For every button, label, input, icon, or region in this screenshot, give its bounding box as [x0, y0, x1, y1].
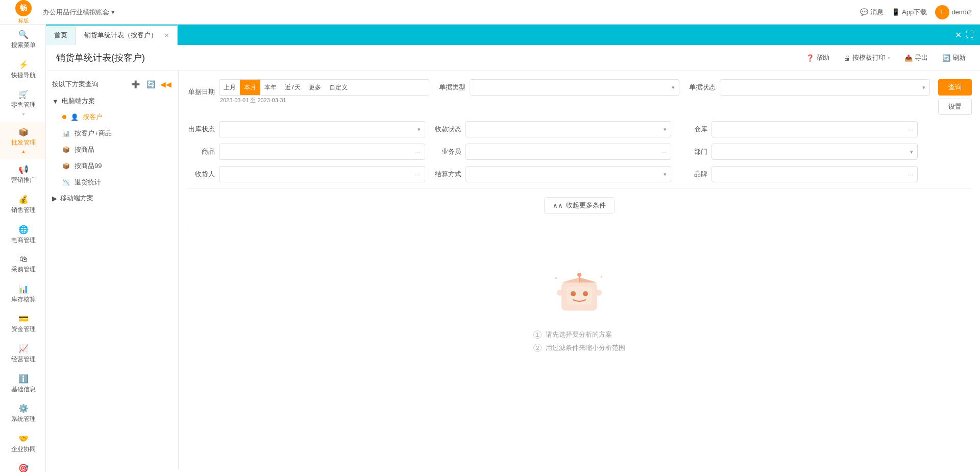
doc-type-select[interactable]: ▾ — [470, 79, 680, 96]
left-panel-header: 按以下方案查询 ➕ 🔄 ◀◀ — [46, 75, 178, 93]
sidebar-item-purchase[interactable]: 🛍 采购管理 — [0, 249, 45, 279]
brand-input[interactable]: ··· — [712, 166, 918, 182]
top-bar-right: 💬 消息 📱 App下载 E demo2 — [860, 5, 972, 19]
sidebar-item-quick-nav[interactable]: ⚡ 快捷导航 — [0, 55, 45, 85]
filter-item-date: 单据日期 上月 本月 本年 近7天 更多 自定义 — [187, 79, 429, 104]
scheme-item-by-customer[interactable]: 👤 按客户 — [46, 109, 178, 125]
scheme-item-return-stats[interactable]: 📉 退货统计 — [46, 174, 178, 191]
tab-close-icon[interactable]: ✕ — [164, 32, 169, 39]
filter-item-staff: 业务员 ··· — [433, 144, 672, 160]
refresh-btn[interactable]: 🔄 刷新 — [938, 51, 970, 64]
print-icon: 🖨 — [844, 54, 850, 62]
date-tab-custom[interactable]: 自定义 — [325, 79, 352, 96]
hint-2-text: 用过滤条件来缩小分析范围 — [546, 343, 625, 352]
app-download-btn[interactable]: 📱 App下载 — [892, 8, 927, 17]
sidebar-item-search[interactable]: 🔍 搜索菜单 — [0, 25, 45, 55]
page-title: 销货单统计表(按客户) — [56, 52, 145, 64]
message-btn[interactable]: 💬 消息 — [860, 8, 884, 17]
warehouse-input[interactable]: ··· — [712, 121, 918, 137]
scheme-item-by-customer-label: 按客户 — [83, 112, 103, 122]
svg-point-7 — [577, 273, 581, 277]
department-select[interactable]: ▾ — [712, 144, 918, 160]
filter-item-out-status: 出库状态 ▾ — [187, 121, 425, 137]
add-scheme-btn[interactable]: ➕ — [129, 78, 141, 90]
doc-status-select[interactable]: ▾ — [720, 79, 930, 96]
sidebar: 🔍 搜索菜单 ⚡ 快捷导航 🛒 零售管理 ▼ 📦 批发管理 ▲ 📢 营销推广 — [0, 25, 46, 472]
staff-input[interactable]: ··· — [465, 144, 672, 160]
tab-sales-stat-label: 销货单统计表（按客户） — [84, 31, 157, 40]
goods-input[interactable]: ··· — [219, 144, 425, 160]
sidebar-item-label: 企业协同 — [11, 445, 36, 454]
sidebar-item-label: 基础信息 — [11, 386, 36, 394]
sidebar-item-label: 零售管理 — [11, 101, 36, 109]
left-panel-actions: ➕ 🔄 ◀◀ — [129, 78, 172, 90]
tab-sales-stat[interactable]: 销货单统计表（按客户） ✕ — [76, 25, 178, 45]
sidebar-item-finance[interactable]: 💳 资金管理 — [0, 309, 45, 339]
date-tab-more[interactable]: 更多 — [305, 79, 325, 96]
scheme-item-by-goods[interactable]: 📦 按商品 — [46, 141, 178, 158]
sidebar-item-enterprise[interactable]: 🤝 企业协同 — [0, 429, 45, 459]
collapse-panel-btn[interactable]: ◀◀ — [160, 78, 172, 90]
scheme-group-mobile-header[interactable]: ▶ 移动端方案 — [46, 191, 178, 206]
sidebar-item-ecommerce[interactable]: 🌐 电商管理 — [0, 220, 45, 250]
template-print-btn[interactable]: 🖨 按模板打印 ▾ — [840, 51, 894, 64]
help-btn[interactable]: ❓ 帮助 — [802, 51, 834, 64]
payment-status-select[interactable]: ▾ — [465, 121, 672, 137]
sidebar-item-label: 快捷导航 — [11, 72, 36, 80]
main-layout: 🔍 搜索菜单 ⚡ 快捷导航 🛒 零售管理 ▼ 📦 批发管理 ▲ 📢 营销推广 — [0, 25, 980, 472]
filter-row-1: 单据日期 上月 本月 本年 近7天 更多 自定义 — [187, 79, 972, 115]
sidebar-item-operations[interactable]: 📈 经营管理 — [0, 339, 45, 369]
filter-row-2: 出库状态 ▾ 收款状态 ▾ — [187, 121, 972, 137]
settings-button[interactable]: 设置 — [938, 99, 972, 115]
date-tab-last-7[interactable]: 近7天 — [281, 79, 305, 96]
sidebar-item-sales[interactable]: 💰 销售管理 — [0, 190, 45, 220]
tab-bar-actions: ✕ ⛶ — [955, 30, 980, 40]
marketing-icon: 📢 — [18, 164, 29, 174]
sidebar-item-inventory[interactable]: 📊 库存核算 — [0, 279, 45, 309]
system-title-dropdown[interactable]: 办公用品行业模拟账套 ▾ — [43, 8, 115, 17]
sidebar-item-label: 采购管理 — [11, 266, 36, 274]
sidebar-item-system[interactable]: ⚙️ 系统管理 — [0, 398, 45, 429]
staff-label: 业务员 — [433, 147, 461, 156]
scheme-group-desktop-header[interactable]: ▼ 电脑端方案 — [46, 93, 178, 109]
scheme-item-by-customer-goods[interactable]: 📊 按客户+商品 — [46, 125, 178, 141]
sidebar-item-newbie[interactable]: 🎯 新手引导 — [0, 458, 45, 472]
sidebar-item-wholesale[interactable]: 📦 批发管理 ▲ — [0, 122, 45, 160]
sidebar-item-basic[interactable]: ℹ️ 基础信息 — [0, 369, 45, 399]
scheme-item-by-goods-99[interactable]: 📦 按商品99 — [46, 158, 178, 174]
basic-icon: ℹ️ — [18, 374, 29, 384]
receiver-input[interactable]: ··· — [219, 166, 425, 182]
date-tab-last-month[interactable]: 上月 — [219, 79, 240, 96]
refresh-scheme-btn[interactable]: 🔄 — [144, 78, 157, 90]
arrow-icon: ▼ — [21, 111, 26, 117]
ecommerce-icon: 🌐 — [18, 225, 29, 234]
export-btn[interactable]: 📤 导出 — [900, 51, 932, 64]
settlement-select[interactable]: ▾ — [465, 166, 672, 182]
filter-item-settlement: 结算方式 ▾ — [433, 166, 672, 182]
svg-point-8 — [557, 290, 563, 296]
collapse-btn[interactable]: ∧∧ 收起更多条件 — [544, 197, 615, 214]
quick-nav-icon: ⚡ — [18, 60, 29, 69]
empty-hint-1: 1 请先选择要分析的方案 — [533, 330, 625, 339]
message-label: 消息 — [870, 8, 884, 17]
filter-buttons: 查询 设置 — [938, 79, 972, 115]
date-tab-this-year[interactable]: 本年 — [260, 79, 281, 96]
query-button[interactable]: 查询 — [938, 79, 972, 96]
sales-icon: 💰 — [18, 195, 29, 204]
page-header-actions: ❓ 帮助 🖨 按模板打印 ▾ 📤 导出 🔄 — [802, 51, 970, 64]
tab-home[interactable]: 首页 — [46, 25, 76, 45]
scheme-group-desktop-label: 电脑端方案 — [62, 97, 95, 106]
group-arrow-icon: ▼ — [52, 98, 59, 105]
sidebar-item-marketing[interactable]: 📢 营销推广 — [0, 159, 45, 190]
filter-row-3: 商品 ··· 业务员 ··· — [187, 144, 972, 160]
maximize-window-icon[interactable]: ⛶ — [966, 30, 974, 40]
page-content: 销货单统计表(按客户) ❓ 帮助 🖨 按模板打印 ▾ 📤 — [46, 45, 980, 472]
date-filter-wrapper: 上月 本月 本年 近7天 更多 自定义 2023-03-01 至 2023-03… — [219, 79, 429, 104]
user-menu[interactable]: E demo2 — [935, 5, 972, 19]
collapse-label: 收起更多条件 — [566, 201, 606, 210]
minimize-window-icon[interactable]: ✕ — [955, 30, 962, 40]
sidebar-item-retail[interactable]: 🛒 零售管理 ▼ — [0, 84, 45, 122]
date-tab-this-month[interactable]: 本月 — [240, 79, 260, 96]
scheme-group-mobile-label: 移动端方案 — [60, 194, 93, 203]
out-status-select[interactable]: ▾ — [219, 121, 425, 137]
